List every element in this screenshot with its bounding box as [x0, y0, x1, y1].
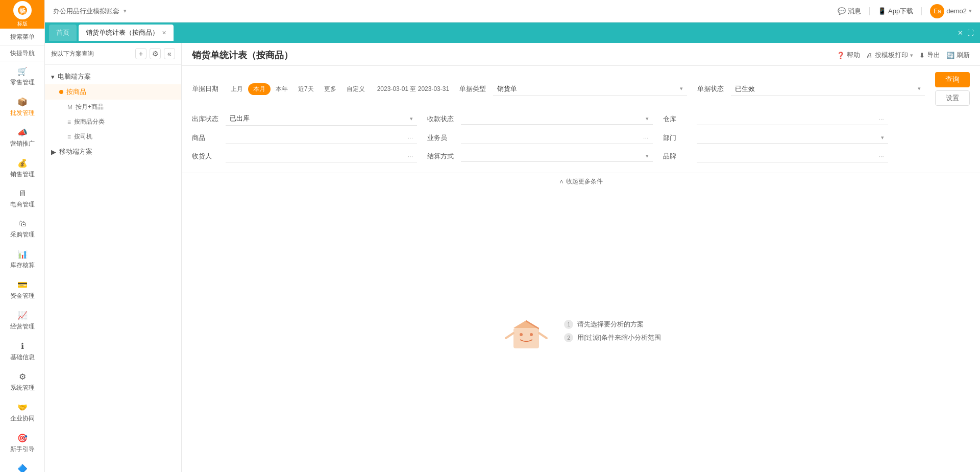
sidebar-item-appstore[interactable]: 🔷 应用中心 [0, 459, 44, 472]
date-7days[interactable]: 近7天 [293, 83, 319, 95]
query-btn[interactable]: 查询 [935, 72, 970, 87]
salesperson-dots: ··· [643, 134, 649, 141]
empty-illustration [501, 305, 552, 358]
department-select[interactable]: ▾ [697, 132, 888, 144]
tab-home-label: 首页 [56, 28, 69, 37]
sidebar-item-sales[interactable]: 💰 销售管理 [0, 153, 44, 184]
doc-status-select[interactable]: 已生效 ▾ [731, 82, 925, 96]
sidebar-item-newbie[interactable]: 🎯 新手引导 [0, 428, 44, 459]
date-this-year[interactable]: 本年 [271, 83, 293, 95]
refresh-btn[interactable]: 🔄 刷新 [946, 51, 970, 60]
doc-status-chevron: ▾ [918, 85, 921, 92]
tree-section: ▾ 电脑端方案 按商品 M 按月+商品 ≡ 按商品分类 ≡ 按司机 [45, 65, 181, 163]
sidebar-logo: 畅 标版 [0, 0, 44, 29]
goods-filter: 商品 ··· [192, 132, 417, 144]
tree-item-by-driver[interactable]: ≡ 按司机 [45, 129, 181, 144]
settlement-filter: 结算方式 ▾ [427, 151, 652, 162]
sidebar-item-enterprise[interactable]: 🤝 企业协同 [0, 397, 44, 428]
warehouse-status-select[interactable]: 已出库 ▾ [226, 112, 417, 126]
svg-line-8 [539, 333, 547, 338]
ecom-icon: 🖥 [18, 189, 27, 198]
date-filter: 单据日期 上月 本月 本年 近7天 更多 自定义 2023-03-01 至 20… [192, 83, 449, 95]
industry-dropdown-icon[interactable]: ▾ [124, 8, 127, 14]
user-menu[interactable]: Ea demo2 ▾ [930, 4, 972, 18]
sidebar-item-system[interactable]: ⚙ 系统管理 [0, 367, 44, 397]
doc-type-label: 单据类型 [459, 84, 490, 93]
sidebar-item-inventory[interactable]: 📊 库存核算 [0, 244, 44, 275]
warehouse-select[interactable]: ··· [697, 113, 888, 125]
salesperson-select[interactable]: ··· [461, 132, 652, 144]
tab-home[interactable]: 首页 [49, 25, 77, 41]
date-buttons: 上月 本月 本年 近7天 更多 自定义 [226, 83, 370, 95]
sales-icon: 💰 [17, 158, 28, 168]
tab-sales-stats[interactable]: 销货单统计表（按商品） ✕ [79, 25, 174, 41]
msg-icon: 💬 [838, 7, 846, 15]
warehouse-dots: ··· [878, 115, 884, 123]
sidebar-item-finance[interactable]: 💳 资金管理 [0, 275, 44, 305]
export-btn[interactable]: ⬇ 导出 [919, 51, 940, 60]
finance-icon: 💳 [17, 280, 28, 290]
date-this-month[interactable]: 本月 [248, 83, 271, 95]
tree-expand-icon: ▾ [51, 73, 55, 81]
svg-point-5 [520, 333, 523, 336]
print-btn[interactable]: 🖨 按模板打印 ▾ [866, 51, 913, 60]
doc-type-filter: 单据类型 销货单 ▾ [459, 82, 687, 96]
page-header: 销货单统计表（按商品） ❓ 帮助 🖨 按模板打印 ▾ ⬇ 导出 [182, 43, 980, 66]
download-icon: 📱 [878, 7, 886, 15]
tree-item-by-month-goods[interactable]: M 按月+商品 [45, 100, 181, 114]
brand-dots: ··· [878, 152, 884, 160]
goods-select[interactable]: ··· [226, 132, 417, 144]
sidebar-search[interactable]: 搜索菜单 [0, 29, 44, 46]
tab-sales-stats-close[interactable]: ✕ [162, 30, 166, 36]
receiver-label: 收货人 [192, 152, 223, 161]
sidebar-item-operation[interactable]: 📈 经营管理 [0, 305, 44, 336]
industry-label: 办公用品行业模拟账套 [53, 7, 119, 16]
tree-pc-group[interactable]: ▾ 电脑端方案 [45, 69, 181, 84]
sidebar-item-basic[interactable]: ℹ 基础信息 [0, 336, 44, 367]
month-goods-icon: M [67, 104, 72, 111]
receiver-select[interactable]: ··· [226, 150, 417, 162]
main: 办公用品行业模拟账套 ▾ 💬 消息 📱 App下载 Ea demo2 ▾ [45, 0, 980, 472]
date-custom[interactable]: 自定义 [341, 83, 370, 95]
goods-dots: ··· [407, 134, 413, 141]
add-scheme-btn[interactable]: + [135, 48, 146, 59]
payment-status-select[interactable]: ▾ [461, 113, 652, 125]
tree-item-by-goods[interactable]: 按商品 [45, 84, 181, 100]
sidebar-item-ecom[interactable]: 🖥 电商管理 [0, 184, 44, 214]
filter-row-4: 收货人 ··· 结算方式 ▾ 品牌 [192, 150, 970, 162]
goods-label: 商品 [192, 133, 223, 143]
help-btn[interactable]: ❓ 帮助 [837, 51, 860, 60]
sidebar-item-purchase[interactable]: 🛍 采购管理 [0, 214, 44, 244]
window-expand-icon[interactable]: ⛶ [967, 29, 974, 37]
payment-status-chevron: ▾ [646, 115, 649, 122]
svg-line-7 [506, 333, 513, 338]
sidebar-nav[interactable]: 快捷导航 [0, 46, 44, 61]
sidebar-item-retail[interactable]: 🛒 零售管理 [0, 61, 44, 92]
filter-row-3: 商品 ··· 业务员 ··· 部门 [192, 132, 970, 144]
settlement-select[interactable]: ▾ [461, 151, 652, 162]
tree-mobile-expand-icon: ▶ [51, 148, 56, 156]
sidebar-item-marketing[interactable]: 📣 营销推广 [0, 123, 44, 153]
content: 按以下方案查询 + ⚙ « ▾ 电脑端方案 按商品 M 按月+商 [45, 43, 980, 472]
doc-type-chevron: ▾ [680, 85, 683, 92]
salesperson-filter: 业务员 ··· [427, 132, 652, 144]
svg-rect-2 [513, 328, 539, 348]
tree-mobile-group[interactable]: ▶ 移动端方案 [45, 144, 181, 159]
setting-btn[interactable]: 设置 [935, 90, 970, 106]
date-prev-month[interactable]: 上月 [226, 83, 248, 95]
collapse-bar[interactable]: ∧ 收起更多条件 [182, 173, 980, 190]
scheme-settings-btn[interactable]: ⚙ [150, 48, 161, 59]
tree-item-by-category[interactable]: ≡ 按商品分类 [45, 114, 181, 129]
date-more[interactable]: 更多 [319, 83, 341, 95]
doc-type-select[interactable]: 销货单 ▾ [493, 82, 687, 96]
window-close-icon[interactable]: ✕ [958, 29, 963, 37]
tree-pc-label: 电脑端方案 [58, 72, 91, 81]
query-buttons: 查询 设置 [935, 72, 970, 106]
collapse-panel-btn[interactable]: « [164, 48, 175, 59]
sidebar-item-wholesale[interactable]: 📦 批发管理 [0, 92, 44, 123]
app-download-btn[interactable]: 📱 App下载 [878, 7, 913, 16]
msg-btn[interactable]: 💬 消息 [838, 7, 861, 16]
right-panel: 销货单统计表（按商品） ❓ 帮助 🖨 按模板打印 ▾ ⬇ 导出 [182, 43, 980, 472]
department-chevron: ▾ [881, 134, 884, 141]
brand-select[interactable]: ··· [697, 150, 888, 162]
